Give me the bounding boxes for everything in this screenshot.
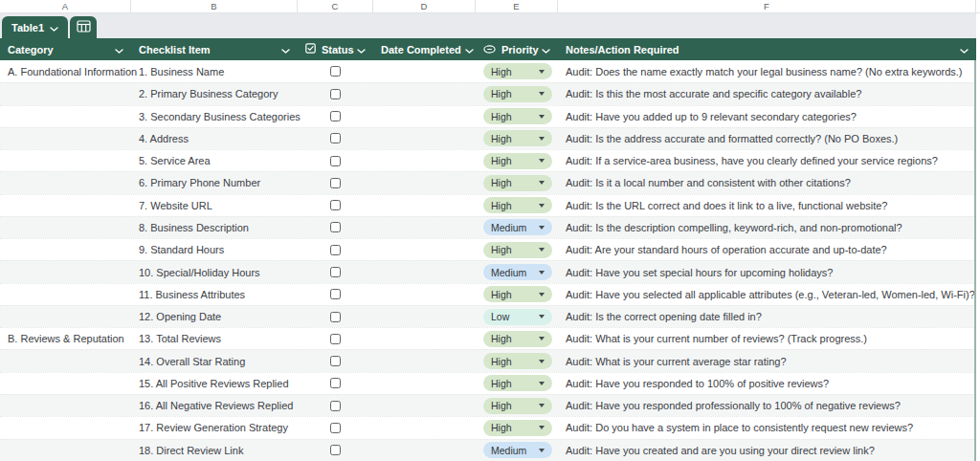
- date-completed-cell[interactable]: [373, 60, 476, 82]
- status-cell[interactable]: [298, 328, 373, 349]
- header-notes[interactable]: Notes/Action Required: [558, 38, 976, 60]
- priority-cell[interactable]: High: [476, 417, 558, 438]
- category-cell[interactable]: B. Reviews & Reputation: [0, 328, 131, 349]
- priority-chip[interactable]: High: [483, 353, 552, 369]
- checklist-item-cell[interactable]: 4. Address: [131, 128, 298, 149]
- status-cell[interactable]: [298, 395, 373, 416]
- priority-cell[interactable]: Medium: [476, 261, 558, 282]
- date-completed-cell[interactable]: [373, 128, 476, 149]
- priority-cell[interactable]: High: [476, 83, 558, 104]
- category-cell[interactable]: [0, 350, 131, 371]
- date-completed-cell[interactable]: [373, 284, 476, 305]
- category-cell[interactable]: [0, 417, 131, 438]
- priority-cell[interactable]: High: [476, 195, 558, 216]
- notes-cell[interactable]: Audit: If a service-area business, have …: [558, 150, 976, 171]
- checklist-item-cell[interactable]: 3. Secondary Business Categories: [131, 106, 298, 127]
- status-checkbox[interactable]: [330, 178, 341, 188]
- notes-cell[interactable]: Audit: What is your current average star…: [558, 350, 976, 371]
- status-checkbox[interactable]: [330, 200, 341, 210]
- priority-chip[interactable]: High: [483, 197, 552, 213]
- column-header-a[interactable]: A: [0, 0, 131, 12]
- chevron-down-icon[interactable]: [465, 44, 474, 55]
- checklist-item-cell[interactable]: 16. All Negative Reviews Replied: [131, 395, 298, 416]
- status-checkbox[interactable]: [330, 401, 341, 411]
- priority-chip[interactable]: Medium: [483, 264, 552, 280]
- chevron-down-icon[interactable]: [115, 44, 123, 55]
- status-checkbox[interactable]: [330, 66, 341, 77]
- category-cell[interactable]: [0, 217, 131, 238]
- date-completed-cell[interactable]: [373, 150, 476, 171]
- table-tab[interactable]: Table1: [2, 16, 68, 38]
- status-checkbox[interactable]: [330, 378, 341, 388]
- priority-cell[interactable]: High: [476, 239, 558, 260]
- checklist-item-cell[interactable]: 7. Website URL: [131, 195, 298, 216]
- priority-cell[interactable]: High: [476, 172, 558, 193]
- status-cell[interactable]: [298, 195, 373, 216]
- notes-cell[interactable]: Audit: Have you responded professionally…: [558, 395, 976, 416]
- notes-cell[interactable]: Audit: Is the correct opening date fille…: [558, 306, 976, 327]
- column-header-c[interactable]: C: [298, 0, 373, 12]
- priority-chip[interactable]: High: [483, 286, 552, 302]
- category-cell[interactable]: [0, 306, 131, 327]
- notes-cell[interactable]: Audit: Have you selected all applicable …: [558, 284, 976, 305]
- date-completed-cell[interactable]: [373, 172, 476, 193]
- status-cell[interactable]: [298, 261, 373, 282]
- priority-chip[interactable]: High: [483, 108, 552, 124]
- date-completed-cell[interactable]: [373, 83, 476, 104]
- status-cell[interactable]: [298, 217, 373, 238]
- status-cell[interactable]: [298, 172, 373, 193]
- priority-chip[interactable]: Medium: [483, 442, 552, 458]
- category-cell[interactable]: [0, 150, 131, 171]
- checklist-item-cell[interactable]: 13. Total Reviews: [131, 328, 298, 349]
- status-cell[interactable]: [298, 440, 373, 461]
- category-cell[interactable]: [0, 440, 131, 461]
- status-cell[interactable]: [298, 83, 373, 104]
- date-completed-cell[interactable]: [373, 417, 476, 438]
- notes-cell[interactable]: Audit: Have you added up to 9 relevant s…: [558, 106, 976, 127]
- date-completed-cell[interactable]: [373, 217, 476, 238]
- status-checkbox[interactable]: [330, 334, 341, 344]
- priority-cell[interactable]: High: [476, 373, 558, 394]
- notes-cell[interactable]: Audit: Is the URL correct and does it li…: [558, 195, 976, 216]
- header-checklist-item[interactable]: Checklist Item: [131, 38, 298, 60]
- priority-cell[interactable]: High: [476, 328, 558, 349]
- priority-chip[interactable]: High: [483, 86, 552, 102]
- status-checkbox[interactable]: [330, 245, 341, 255]
- status-cell[interactable]: [298, 106, 373, 127]
- date-completed-cell[interactable]: [373, 239, 476, 260]
- category-cell[interactable]: [0, 239, 131, 260]
- column-header-b[interactable]: B: [131, 0, 298, 12]
- priority-chip[interactable]: High: [483, 242, 552, 258]
- notes-cell[interactable]: Audit: Is it a local number and consiste…: [558, 172, 976, 193]
- status-cell[interactable]: [298, 60, 373, 82]
- chevron-down-icon[interactable]: [357, 44, 366, 55]
- category-cell[interactable]: [0, 395, 131, 416]
- date-completed-cell[interactable]: [373, 195, 476, 216]
- priority-cell[interactable]: High: [476, 284, 558, 305]
- notes-cell[interactable]: Audit: Does the name exactly match your …: [558, 60, 976, 82]
- priority-cell[interactable]: Low: [476, 306, 558, 327]
- status-checkbox[interactable]: [330, 133, 341, 143]
- table-grid-button[interactable]: [70, 16, 97, 38]
- date-completed-cell[interactable]: [373, 328, 476, 349]
- notes-cell[interactable]: Audit: What is your current number of re…: [558, 328, 976, 349]
- checklist-item-cell[interactable]: 5. Service Area: [131, 150, 298, 171]
- notes-cell[interactable]: Audit: Have you responded to 100% of pos…: [558, 373, 976, 394]
- category-cell[interactable]: [0, 106, 131, 127]
- priority-cell[interactable]: High: [476, 128, 558, 149]
- header-date-completed[interactable]: Date Completed: [373, 38, 476, 60]
- status-cell[interactable]: [298, 373, 373, 394]
- checklist-item-cell[interactable]: 18. Direct Review Link: [131, 440, 298, 461]
- checklist-item-cell[interactable]: 14. Overall Star Rating: [131, 350, 298, 371]
- checklist-item-cell[interactable]: 6. Primary Phone Number: [131, 172, 298, 193]
- priority-cell[interactable]: High: [476, 395, 558, 416]
- checklist-item-cell[interactable]: 17. Review Generation Strategy: [131, 417, 298, 438]
- column-header-e[interactable]: E: [476, 0, 558, 12]
- date-completed-cell[interactable]: [373, 395, 476, 416]
- header-status[interactable]: Status: [298, 38, 373, 60]
- category-cell[interactable]: [0, 261, 131, 282]
- date-completed-cell[interactable]: [373, 373, 476, 394]
- column-header-f[interactable]: F: [558, 0, 976, 12]
- status-checkbox[interactable]: [330, 156, 341, 166]
- chevron-down-icon[interactable]: [281, 44, 290, 55]
